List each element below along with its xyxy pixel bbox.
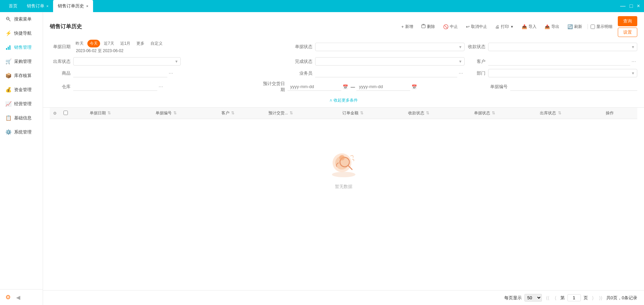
select-all-checkbox[interactable] [63, 111, 68, 115]
warehouse-input[interactable] [73, 83, 157, 91]
column-settings-icon[interactable]: ⚙ [53, 111, 57, 116]
sidebar-item-inventory[interactable]: 📦 库存核算 [0, 69, 43, 83]
sidebar-item-basic-info[interactable]: 📋 基础信息 [0, 111, 43, 125]
date-range-display: 2023-06-02 至 2023-06-02 [76, 48, 165, 54]
close-tab-sales-order-history[interactable]: × [86, 4, 88, 8]
svg-point-14 [339, 155, 345, 160]
sidebar-item-operation[interactable]: 📈 经营管理 [0, 97, 43, 111]
sidebar-label-sys-mgmt: 系统管理 [14, 129, 32, 135]
warehouse-col: 仓库 ··· [50, 83, 261, 91]
th-amount[interactable]: 订单金额 ⇅ [339, 108, 405, 119]
th-delivery[interactable]: 预计交货... ⇅ [265, 108, 339, 119]
collapse-up-icon: ∧ [329, 98, 333, 103]
cancel-stop-button[interactable]: ↩ 取消中止 [463, 23, 490, 31]
order-no-label: 单据编号 [487, 84, 510, 90]
prev-page-button[interactable]: ⟨ [553, 295, 558, 301]
filter-row-2: 出库状态 ▾ 完成状态 ▾ 客户 ··· [50, 57, 637, 66]
delete-button[interactable]: 删除 [419, 23, 438, 31]
delete-icon [421, 24, 426, 29]
sort-amount-icon: ⇅ [360, 111, 363, 115]
th-receipt-status[interactable]: 收款状态 ⇅ [405, 108, 471, 119]
show-detail-checkbox[interactable] [591, 25, 595, 29]
receipt-status-label: 收款状态 [465, 44, 488, 50]
date-filter-label: 单据日期 [50, 44, 73, 50]
sales-mgmt-icon [5, 44, 11, 50]
sidebar-item-quick-nav[interactable]: ⚡ 快捷导航 [0, 26, 43, 40]
delivery-date-from[interactable] [288, 83, 341, 91]
refresh-button[interactable]: 🔄 刷新 [565, 23, 585, 31]
calendar-from-icon[interactable]: 📅 [343, 84, 348, 89]
calendar-to-icon[interactable]: 📅 [412, 84, 417, 89]
minimize-icon[interactable]: — [620, 3, 626, 9]
collapse-sidebar-icon[interactable]: ◀ [16, 294, 20, 301]
settings-bottom-icon[interactable]: ⚙ [5, 294, 11, 301]
table-head: ⚙ 单据日期 ⇅ 单据编号 ⇅ [50, 108, 637, 119]
customer-input[interactable] [488, 58, 630, 66]
date-btn-7days[interactable]: 近7天 [101, 40, 117, 47]
stop-button[interactable]: 🚫 中止 [440, 23, 461, 31]
show-detail-checkbox-label[interactable]: 显示明细 [591, 24, 612, 30]
salesman-input[interactable] [315, 69, 457, 77]
th-out-status[interactable]: 出库状态 ⇅ [536, 108, 602, 119]
sidebar-item-search-menu[interactable]: 搜索菜单 [0, 12, 43, 26]
tab-sales-order[interactable]: 销售订单 × [22, 0, 53, 12]
delivery-date-to[interactable] [356, 83, 410, 91]
th-bill-status[interactable]: 单据状态 ⇅ [471, 108, 536, 119]
setting-button[interactable]: 设置 [618, 28, 637, 37]
date-btn-custom[interactable]: 自定义 [148, 40, 165, 47]
table-header-row: ⚙ 单据日期 ⇅ 单据编号 ⇅ [50, 108, 637, 119]
refresh-icon: 🔄 [567, 24, 573, 29]
per-page-select[interactable]: 50 10 20 100 [524, 294, 542, 302]
department-select[interactable]: ▾ [488, 69, 637, 77]
close-window-icon[interactable]: × [637, 3, 640, 9]
page-header: 销售订单历史 + 新增 删除 🚫 中止 ↩ 取消 [43, 12, 644, 40]
first-page-button[interactable]: ⟨⟨ [545, 295, 551, 301]
th-no[interactable]: 单据编号 ⇅ [152, 108, 218, 119]
customer-dots-icon[interactable]: ··· [630, 59, 637, 65]
warehouse-dots-icon[interactable]: ··· [157, 84, 164, 90]
date-range-separator: — [351, 84, 355, 89]
receipt-status-select[interactable]: ▾ [488, 43, 637, 51]
maximize-icon[interactable]: □ [630, 3, 633, 9]
new-icon: + [401, 24, 404, 29]
out-stock-arrow-icon: ▾ [175, 59, 178, 64]
content-area: 销售订单历史 + 新增 删除 🚫 中止 ↩ 取消 [43, 12, 644, 305]
date-btn-1month[interactable]: 近1月 [118, 40, 133, 47]
sidebar-item-finance[interactable]: 💰 资金管理 [0, 83, 43, 97]
product-input[interactable] [73, 69, 167, 77]
th-settings: ⚙ [50, 108, 60, 119]
out-stock-col: 出库状态 ▾ [50, 57, 292, 66]
out-stock-select[interactable]: ▾ [73, 57, 181, 66]
export-button[interactable]: 📤 导出 [542, 23, 562, 31]
sidebar-item-sys-mgmt[interactable]: ⚙️ 系统管理 [0, 125, 43, 139]
sort-receipt-icon: ⇅ [426, 111, 429, 115]
tab-sales-order-history[interactable]: 销售订单历史 × [53, 0, 93, 12]
sidebar-item-purchase-mgmt[interactable]: 🛒 采购管理 [0, 54, 43, 69]
order-no-input[interactable] [510, 83, 637, 91]
close-tab-sales-order[interactable]: × [46, 4, 48, 8]
page-number-input[interactable] [567, 294, 581, 301]
print-button[interactable]: 🖨 打印 ▼ [492, 23, 516, 31]
th-customer[interactable]: 客户 ⇅ [218, 108, 265, 119]
product-dots-icon[interactable]: ··· [167, 70, 174, 76]
page-label: 页 [584, 295, 588, 301]
sidebar-item-sales-mgmt[interactable]: 销售管理 [0, 40, 43, 54]
last-page-button[interactable]: ⟩⟩ [598, 295, 604, 301]
filter-area: 单据日期 昨天 今天 近7天 近1月 更多 自定义 2023-06-02 至 2… [43, 40, 644, 108]
complete-status-arrow-icon: ▾ [459, 59, 462, 64]
bill-status-select[interactable]: ▾ [315, 43, 464, 51]
tab-home[interactable]: 首页 [4, 0, 22, 12]
th-date[interactable]: 单据日期 ⇅ [86, 108, 152, 119]
next-page-button[interactable]: ⟩ [591, 295, 595, 301]
import-button[interactable]: 📥 导入 [519, 23, 539, 31]
date-btn-today[interactable]: 今天 [87, 40, 100, 47]
new-button[interactable]: + 新增 [399, 23, 416, 31]
department-arrow-icon: ▾ [632, 71, 634, 76]
collapse-bar[interactable]: ∧ 收起更多条件 [50, 96, 637, 105]
receipt-status-col: 收款状态 ▾ [465, 43, 637, 51]
complete-status-select[interactable]: ▾ [315, 57, 464, 66]
date-btn-yesterday[interactable]: 昨天 [73, 40, 86, 47]
query-button[interactable]: 查询 [618, 16, 637, 26]
date-btn-more[interactable]: 更多 [134, 40, 147, 47]
salesman-dots-icon[interactable]: ··· [457, 70, 464, 76]
